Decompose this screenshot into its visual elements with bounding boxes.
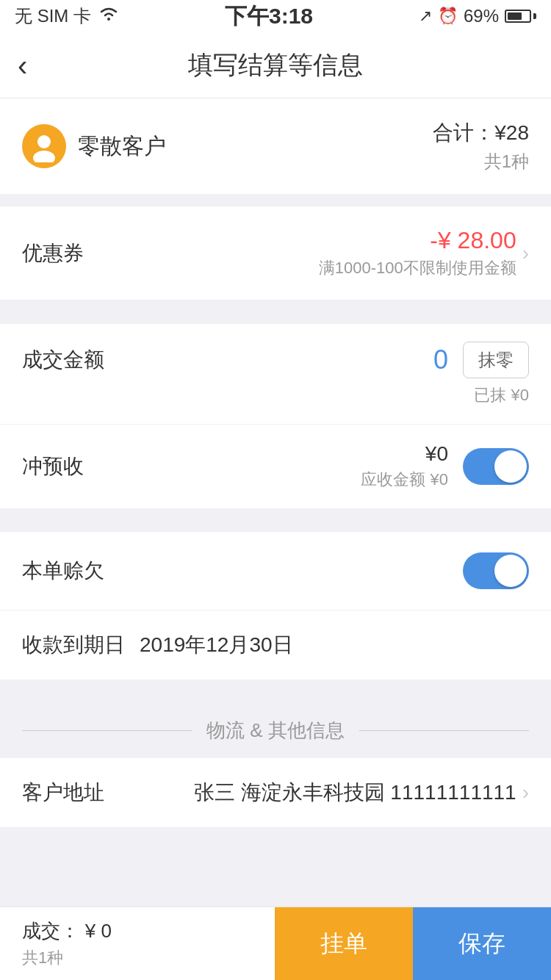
already-rounded-label: 已抹 ¥0 [22, 384, 529, 406]
coupon-amount: -¥ 28.00 [319, 227, 516, 254]
debt-toggle[interactable] [463, 552, 529, 589]
status-time: 下午3:18 [225, 1, 313, 32]
deal-amount-row: 成交金额 0 抹零 已抹 ¥0 [0, 323, 551, 424]
avatar [22, 124, 66, 168]
deal-amount-label: 成交金额 [22, 346, 104, 374]
debt-label: 本单赊欠 [22, 557, 104, 585]
pre-collect-row: 冲预收 ¥0 应收金额 ¥0 [0, 424, 551, 508]
pre-collect-amounts: ¥0 应收金额 ¥0 [361, 442, 448, 491]
coupon-row[interactable]: 优惠券 -¥ 28.00 满1000-100不限制使用金额 › [0, 206, 551, 300]
divider-line-left [22, 730, 192, 731]
nav-bar: ‹ 填写结算等信息 [0, 32, 551, 98]
customer-right: 合计：¥28 共1种 [433, 119, 529, 173]
pre-collect-right: ¥0 应收金额 ¥0 [361, 442, 529, 491]
round-zero-button[interactable]: 抹零 [463, 342, 529, 378]
deal-right: 0 抹零 [433, 342, 529, 378]
coupon-right: -¥ 28.00 满1000-100不限制使用金额 › [319, 227, 529, 279]
sim-label: 无 SIM 卡 [15, 4, 91, 28]
debt-row: 本单赊欠 [0, 532, 551, 610]
coupon-label: 优惠券 [22, 239, 84, 267]
status-bar: 无 SIM 卡 下午3:18 ↗ ⏰ 69% [0, 0, 551, 32]
status-left: 无 SIM 卡 [15, 4, 119, 28]
deal-row-main: 成交金额 0 抹零 [22, 342, 529, 378]
section-gap-2 [0, 520, 551, 532]
wifi-icon [98, 6, 119, 26]
coupon-description: 满1000-100不限制使用金额 [319, 257, 516, 279]
toggle-knob [494, 450, 527, 483]
customer-name: 零散客户 [78, 131, 166, 162]
customer-row: 零散客户 合计：¥28 共1种 [0, 98, 551, 194]
bottom-count: 共1种 [22, 947, 253, 969]
page-title: 填写结算等信息 [188, 48, 363, 82]
address-section[interactable]: 客户地址 张三 海淀永丰科技园 11111111111 › [0, 758, 551, 827]
due-date-label: 收款到期日 [22, 631, 125, 659]
debt-toggle-knob [494, 555, 527, 587]
customer-section: 零散客户 合计：¥28 共1种 [0, 98, 551, 194]
save-button[interactable]: 保存 [413, 907, 551, 980]
customer-left: 零散客户 [22, 124, 166, 168]
due-date-row: 收款到期日 2019年12月30日 [0, 610, 551, 680]
bottom-deal-label: 成交： [22, 920, 79, 942]
chevron-right-icon: › [522, 242, 529, 265]
bottom-deal-row: 成交： ¥ 0 [22, 918, 253, 944]
section-gap-1 [0, 311, 551, 323]
svg-point-1 [33, 151, 55, 162]
alarm-icon: ⏰ [438, 7, 458, 26]
total-count: 共1种 [433, 150, 529, 173]
coupon-section[interactable]: 优惠券 -¥ 28.00 满1000-100不限制使用金额 › [0, 206, 551, 300]
location-icon: ↗ [419, 7, 432, 26]
battery-percent: 69% [464, 6, 499, 26]
deal-section: 成交金额 0 抹零 已抹 ¥0 冲预收 ¥0 应收金额 ¥0 [0, 323, 551, 508]
address-value: 张三 海淀永丰科技园 11111111111 [194, 779, 516, 807]
suspend-button[interactable]: 挂单 [275, 907, 413, 980]
pre-collect-sub: 应收金额 ¥0 [361, 469, 448, 491]
battery-icon [505, 10, 536, 23]
bottom-deal-value: ¥ 0 [85, 920, 112, 942]
bottom-bar: 成交： ¥ 0 共1种 挂单 保存 [0, 907, 551, 980]
address-right: 张三 海淀永丰科技园 11111111111 › [194, 779, 529, 807]
section-gap-3 [0, 691, 551, 703]
address-label: 客户地址 [22, 779, 104, 807]
pre-collect-label: 冲预收 [22, 453, 84, 480]
address-chevron-icon: › [522, 781, 529, 804]
deal-value: 0 [433, 345, 448, 375]
logistics-label: 物流 & 其他信息 [206, 718, 345, 743]
divider-line-right [359, 730, 529, 731]
pre-collect-toggle[interactable] [463, 448, 529, 485]
due-date-value: 2019年12月30日 [140, 631, 293, 659]
total-amount: 合计：¥28 [433, 119, 529, 147]
logistics-divider: 物流 & 其他信息 [0, 703, 551, 758]
svg-point-0 [37, 135, 51, 148]
status-right: ↗ ⏰ 69% [419, 6, 536, 26]
pre-collect-value: ¥0 [361, 442, 448, 466]
back-button[interactable]: ‹ [18, 51, 27, 80]
bottom-info: 成交： ¥ 0 共1种 [0, 907, 275, 980]
debt-section: 本单赊欠 收款到期日 2019年12月30日 [0, 532, 551, 680]
